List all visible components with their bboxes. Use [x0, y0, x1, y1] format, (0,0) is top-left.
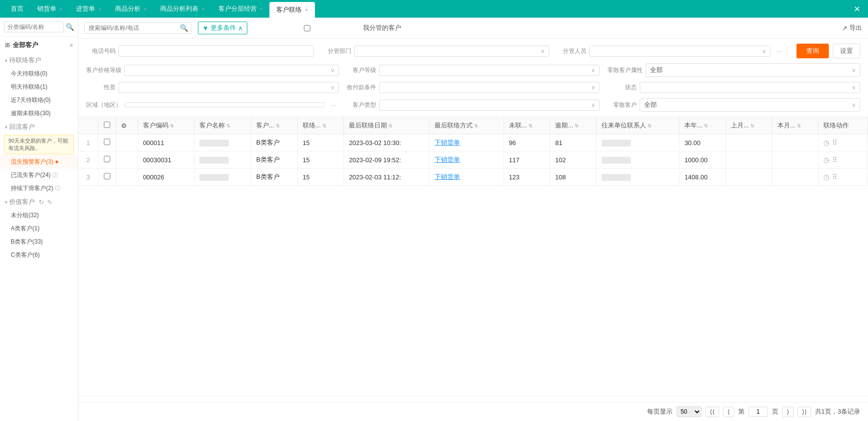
sidebar-item-b-class[interactable]: B类客户(33)	[0, 235, 78, 248]
customer-type-select[interactable]: ∨	[379, 99, 600, 111]
sidebar-item-churn-warning[interactable]: 流失预警客户(3) ●	[0, 155, 78, 169]
person-more-icon[interactable]: ···	[773, 46, 785, 57]
tab-analysis-list-close[interactable]: ×	[201, 6, 204, 12]
col-overdue[interactable]: 逾期...⇅	[550, 117, 597, 134]
contact-icon[interactable]: ◷	[823, 139, 829, 147]
sidebar-item-ungroup[interactable]: 未分组(32)	[0, 209, 78, 222]
col-settings[interactable]: ⚙	[116, 117, 138, 134]
first-page-button[interactable]: ⟨⟨	[705, 407, 719, 417]
sidebar-refresh-icon[interactable]: ↻	[39, 198, 44, 206]
col-this-month[interactable]: 本月...⇅	[772, 117, 819, 134]
region-more-icon[interactable]: ···	[328, 99, 339, 111]
tab-analysis-list[interactable]: 商品分析列表 ×	[153, 0, 211, 18]
more-action-icon[interactable]: ⠿	[832, 156, 837, 164]
sidebar-section-value[interactable]: 价值客户 ↻ ✎	[0, 195, 78, 209]
sidebar-search-input[interactable]	[4, 22, 64, 32]
my-customers-checkbox[interactable]	[253, 25, 361, 31]
nature-select[interactable]: ∨	[119, 82, 339, 93]
tab-customer-tier-close[interactable]: ×	[260, 6, 263, 12]
zero-customer-select[interactable]: 全部 ∨	[640, 98, 860, 112]
tab-purchase-close[interactable]: ×	[98, 6, 101, 12]
sidebar-item-declining[interactable]: 持续下滑客户(2) ⓘ	[0, 182, 78, 195]
row-checkbox-cell	[98, 151, 116, 169]
col-name[interactable]: 客户名称⇅	[194, 117, 251, 134]
more-action-icon[interactable]: ⠿	[832, 139, 837, 147]
setting-button[interactable]: 设置	[833, 44, 860, 58]
payment-select[interactable]: ∨	[379, 82, 600, 93]
region-select[interactable]	[124, 102, 325, 107]
page-number-input[interactable]	[748, 407, 768, 417]
tab-sales-close[interactable]: ×	[59, 6, 62, 12]
row-checkbox[interactable]	[104, 156, 110, 162]
search-input[interactable]	[84, 22, 192, 34]
col-code[interactable]: 客户编码⇅	[138, 117, 194, 134]
tab-customer-contact-close[interactable]: ×	[305, 7, 308, 13]
tab-sales-label: 销货单	[37, 4, 56, 13]
col-not-contact[interactable]: 未联...⇅	[504, 117, 550, 134]
sidebar-item-churned[interactable]: 已流失客户(24) ⓘ	[0, 169, 78, 182]
settings-icon[interactable]: ⚙	[121, 122, 127, 129]
prev-page-button[interactable]: ⟨	[723, 407, 734, 417]
query-button[interactable]: 查询	[796, 44, 829, 58]
col-contact[interactable]: 联络...⇅	[297, 117, 344, 134]
last-page-button[interactable]: ⟩⟩	[797, 407, 811, 417]
page-label: 第	[738, 407, 745, 416]
sidebar-search-icon[interactable]: 🔍	[66, 23, 74, 31]
contact-icon[interactable]: ◷	[823, 173, 829, 181]
sidebar-section-pending[interactable]: 待联络客户	[0, 53, 78, 67]
row-checkbox[interactable]	[104, 139, 110, 145]
horizontal-scrollbar[interactable]	[78, 396, 868, 402]
tab-customer-tier-label: 客户分层经营	[218, 4, 257, 13]
tab-sales[interactable]: 销货单 ×	[30, 0, 69, 18]
sidebar-item-c-class[interactable]: C类客户(6)	[0, 248, 78, 262]
tab-home[interactable]: 首页	[4, 0, 30, 18]
next-page-button[interactable]: ⟩	[782, 407, 794, 417]
contact-icon[interactable]: ◷	[823, 156, 829, 164]
status-select[interactable]: ∨	[640, 82, 860, 93]
col-unit-contact[interactable]: 往来单位联系人⇅	[597, 117, 679, 134]
sidebar-item-7days[interactable]: 近7天待联络(0)	[0, 94, 78, 107]
action-icons-group: ◷ ⠿	[823, 173, 863, 181]
dept-select[interactable]: ∨	[354, 46, 550, 57]
row-last-contact-method[interactable]: 下销货单	[430, 151, 504, 169]
tab-purchase[interactable]: 进货单 ×	[69, 0, 108, 18]
sidebar-item-overdue[interactable]: 逾期未联络(30)	[0, 107, 78, 120]
sidebar-item-a-class[interactable]: A类客户(1)	[0, 222, 78, 235]
sidebar-root-group[interactable]: ⊞ 全部客户 «	[0, 37, 78, 53]
price-level-select[interactable]: ∨	[124, 65, 339, 76]
person-select[interactable]: ∨	[589, 46, 771, 57]
row-this-year: 1408.00	[679, 169, 726, 186]
tab-customer-tier[interactable]: 客户分层经营 ×	[212, 0, 269, 18]
customer-level-select[interactable]: ∨	[379, 65, 600, 76]
sidebar-section-return[interactable]: 回流客户	[0, 120, 78, 134]
row-checkbox[interactable]	[104, 173, 110, 179]
col-last-contact-date[interactable]: 最后联络日期⇅	[344, 117, 430, 134]
row-last-contact-method[interactable]: 下销货单	[430, 169, 504, 186]
sidebar-item-tomorrow[interactable]: 明天待联络(1)	[0, 80, 78, 94]
my-customers-checkbox-label[interactable]: 我分管的客户	[253, 24, 401, 32]
tab-bar: 首页 销货单 × 进货单 × 商品分析 × 商品分析列表 × 客户分层经营 × …	[0, 0, 868, 18]
col-last-contact-method[interactable]: 最后联络方式⇅	[430, 117, 504, 134]
tab-customer-contact[interactable]: 客户联络 ×	[269, 2, 314, 18]
sidebar-collapse-icon[interactable]: «	[70, 42, 73, 49]
sidebar-item-today[interactable]: 今天待联络(0)	[0, 67, 78, 80]
col-this-year[interactable]: 本年...⇅	[679, 117, 726, 134]
filter-customer-level: 客户等级 ∨	[347, 65, 600, 76]
tab-analysis-close[interactable]: ×	[144, 6, 146, 12]
search-icon[interactable]: 🔍	[180, 24, 188, 32]
more-action-icon[interactable]: ⠿	[832, 173, 837, 181]
row-last-contact-method[interactable]: 下销货单	[430, 134, 504, 151]
sidebar-edit-icon[interactable]: ✎	[47, 198, 52, 206]
tab-analysis[interactable]: 商品分析 ×	[108, 0, 153, 18]
more-conditions-button[interactable]: ▼ 更多条件 ∧	[198, 22, 247, 34]
row-unit-contact	[597, 169, 679, 186]
page-size-select[interactable]: 50 100 200	[676, 406, 701, 417]
export-button[interactable]: ↗ 导出	[842, 24, 862, 32]
col-customer-type[interactable]: 客户...⇅	[251, 117, 297, 134]
phone-input[interactable]	[119, 45, 314, 57]
col-last-month[interactable]: 上月...⇅	[726, 117, 772, 134]
window-close-button[interactable]: ✕	[850, 4, 864, 14]
select-all-checkbox[interactable]	[104, 122, 110, 128]
row-code: 000026	[138, 169, 194, 186]
zero-attr-select[interactable]: 全部 ∨	[646, 63, 860, 77]
